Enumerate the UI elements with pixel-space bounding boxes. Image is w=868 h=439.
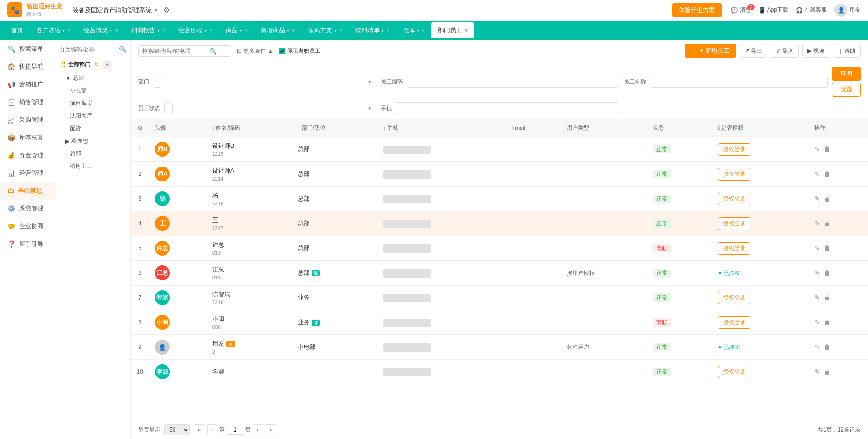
delete-icon[interactable]: 🗑 [824, 195, 830, 202]
delete-icon[interactable]: 🗑 [824, 269, 830, 277]
tab-bom[interactable]: 物料清单 ▾ × [349, 22, 396, 38]
settings-icon[interactable]: ⚙ [163, 6, 170, 14]
filter-actions: ＋ + 新增员工 ↗ 导出 ↙ 导入 ▶ 视频 [685, 44, 861, 58]
next-page-btn[interactable]: › [253, 424, 263, 435]
sidebar-item-system[interactable]: ⚙️ 系统管理 [0, 200, 56, 217]
dept-search-icon[interactable]: 🔍 [119, 46, 126, 53]
employee-code: 1215 [212, 151, 287, 157]
sidebar-item-nav[interactable]: 🏠 快捷导航 [0, 58, 56, 76]
online-service-button[interactable]: 🎧 在线客服 [796, 6, 827, 14]
edit-icon[interactable]: ✎ [814, 244, 820, 252]
dept-item-shuanglu[interactable]: ▶ 双鹿想 [56, 135, 130, 147]
edit-icon[interactable]: ✎ [814, 146, 820, 153]
phone-filter-input[interactable] [396, 102, 618, 114]
th-settings[interactable]: ⚙ [131, 119, 149, 137]
dept-item-shenyang[interactable]: 沈阳大库 [56, 110, 130, 122]
dept-item-general[interactable]: ▼ 总部 [56, 72, 130, 84]
tab-history[interactable]: 经营历程 ▾ × [172, 22, 219, 38]
message-button[interactable]: 💬 消息 5 [731, 6, 751, 14]
tab-warehouse[interactable]: 仓库 ▾ × [396, 22, 431, 38]
collapse-btn[interactable]: « [103, 60, 112, 69]
auth-button[interactable]: 授权登录 [718, 168, 750, 181]
sidebar-item-basic-info[interactable]: 🗂 基础信息 [0, 182, 56, 200]
delete-icon[interactable]: 🗑 [824, 368, 830, 376]
dept-all-header[interactable]: ⠿ 全部部门 ↻ « [56, 57, 130, 72]
empcode-filter-input[interactable] [407, 76, 618, 88]
status-filter-select[interactable] [164, 102, 173, 114]
sidebar-item-management[interactable]: 📊 经营管理 [0, 164, 56, 182]
sidebar-item-collab[interactable]: 🤝 企业协同 [0, 217, 56, 235]
edit-icon[interactable]: ✎ [814, 368, 820, 376]
user-menu[interactable]: 👤 用友 [834, 4, 861, 17]
sidebar-item-search[interactable]: 🔍 搜索菜单 [0, 40, 56, 58]
basic-icon: 🗂 [7, 187, 14, 195]
edit-icon[interactable]: ✎ [814, 294, 820, 301]
service-icon: 🎧 [796, 7, 803, 14]
tab-profit[interactable]: 利润报告 ▾ × [125, 22, 172, 38]
page-size-select[interactable]: 50 10 20 100 [164, 424, 190, 435]
current-page-input[interactable] [227, 425, 243, 435]
delete-icon[interactable]: 🗑 [824, 220, 830, 227]
last-page-btn[interactable]: » [265, 424, 277, 435]
auth-button[interactable]: 授权登录 [718, 143, 750, 156]
sidebar-item-sales[interactable]: 📋 销售管理 [0, 93, 56, 111]
import-button[interactable]: ↙ 导入 [771, 44, 799, 58]
auth-button[interactable]: 授权登录 [718, 316, 750, 329]
dept-item-general2[interactable]: 总部 [56, 147, 130, 160]
dept-search-input[interactable] [60, 46, 119, 53]
auth-button[interactable]: 授权登录 [718, 193, 750, 205]
auth-button[interactable]: 授权登录 [718, 292, 750, 304]
trial-button[interactable]: 体验行业方案 [672, 3, 722, 17]
delete-icon[interactable]: 🗑 [824, 294, 830, 301]
tab-barcode[interactable]: 条码方案 ▾ × [302, 22, 349, 38]
sidebar-item-guide[interactable]: ❓ 新手引导 [0, 235, 56, 253]
export-button[interactable]: ↗ 导出 [740, 44, 767, 58]
tab-goods[interactable]: 商品 ▾ × [219, 22, 254, 38]
auth-button[interactable]: 授权登录 [718, 366, 750, 378]
set-button[interactable]: 设置 [832, 83, 861, 97]
dept-item-distribution[interactable]: 配货 [56, 122, 130, 135]
dept-item-project[interactable]: 项目库房 [56, 97, 130, 110]
table-row: 1师B设计师B1215总部██████████正常授权登录✎🗑 [131, 137, 868, 162]
sidebar-item-inventory[interactable]: 📦 库存核算 [0, 129, 56, 146]
dept-item-electric[interactable]: 小电部 [56, 84, 130, 97]
sidebar-item-purchase[interactable]: 🛒 采购管理 [0, 111, 56, 129]
data-table-wrap: ⚙ 头像 ↕ 姓名/编码 ↕ 部门/职位 ↕ 手机 Email 用户类型 状态 … [131, 119, 868, 420]
app-download-button[interactable]: 📱 App下载 [758, 6, 788, 14]
help-button[interactable]: ❘ 帮助 [833, 44, 861, 58]
edit-icon[interactable]: ✎ [814, 195, 820, 202]
first-page-btn[interactable]: « [194, 424, 205, 435]
edit-icon[interactable]: ✎ [814, 319, 820, 326]
add-employee-button[interactable]: ＋ + 新增员工 [685, 44, 736, 58]
auth-button[interactable]: 授权登录 [718, 242, 750, 255]
edit-icon[interactable]: ✎ [814, 343, 820, 351]
delete-icon[interactable]: 🗑 [824, 343, 830, 351]
dept-filter-select[interactable] [153, 76, 161, 88]
edit-icon[interactable]: ✎ [814, 170, 820, 178]
delete-icon[interactable]: 🗑 [824, 244, 830, 252]
query-button[interactable]: 查询 [832, 67, 861, 81]
delete-icon[interactable]: 🗑 [824, 146, 830, 153]
tab-add-goods[interactable]: 新增商品 ▾ × [254, 22, 301, 38]
tab-dept-staff[interactable]: 部门员工 × [431, 22, 474, 38]
search-icon[interactable]: 🔍 [209, 48, 217, 55]
tab-operations[interactable]: 经营情况 ▾ × [77, 22, 124, 38]
refresh-icon[interactable]: ↻ [94, 61, 99, 68]
prev-page-btn[interactable]: ‹ [207, 424, 217, 435]
edit-icon[interactable]: ✎ [814, 220, 820, 227]
dept-item-plant[interactable]: 植树王三 [56, 160, 130, 173]
delete-icon[interactable]: 🗑 [824, 170, 830, 178]
tab-home[interactable]: 首页 [5, 22, 30, 38]
view-button[interactable]: ▶ 视频 [802, 44, 829, 58]
show-former-checkbox[interactable] [279, 48, 285, 54]
tab-customer[interactable]: 客户联络 ▾ × [30, 22, 77, 38]
search-input[interactable] [142, 48, 208, 54]
sidebar-item-marketing[interactable]: 📢 营销推广 [0, 76, 56, 93]
empname-filter-input[interactable] [650, 76, 828, 88]
delete-icon[interactable]: 🗑 [824, 319, 830, 326]
more-conditions-btn[interactable]: ⊟ 更多条件 ▲ [237, 47, 273, 55]
sidebar-item-finance[interactable]: 💰 资金管理 [0, 146, 56, 164]
table-row: 4王王1217总部██████████正常授权登录✎🗑 [131, 211, 868, 236]
edit-icon[interactable]: ✎ [814, 269, 820, 277]
auth-button[interactable]: 授权登录 [718, 217, 750, 230]
